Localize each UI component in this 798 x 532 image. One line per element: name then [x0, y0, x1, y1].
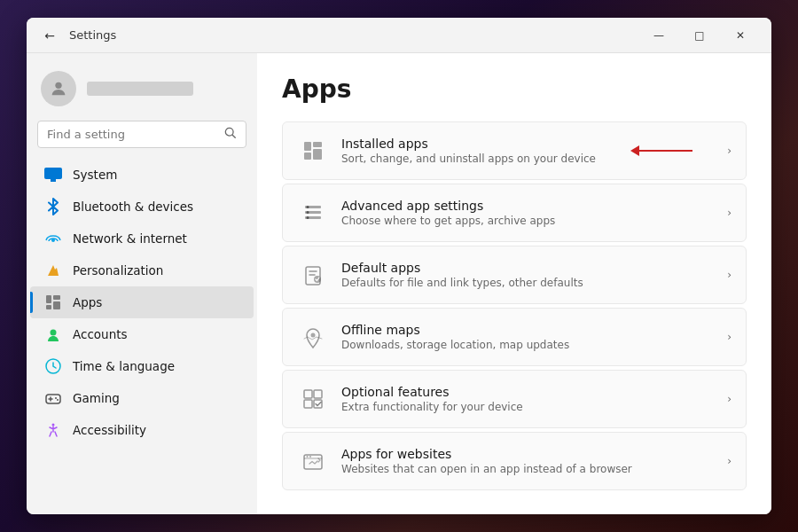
bluetooth-icon [44, 198, 62, 215]
apps-websites-desc: Websites that can open in an app instead… [341, 463, 720, 475]
personalization-icon [44, 262, 62, 279]
default-apps-chevron: › [727, 269, 732, 281]
settings-item-installed-apps[interactable]: Installed apps Sort, change, and uninsta… [282, 121, 747, 180]
nav-item-apps[interactable]: Apps [30, 286, 254, 318]
nav-item-accessibility[interactable]: Accessibility [30, 414, 254, 446]
svg-line-2 [232, 135, 235, 137]
svg-point-23 [307, 211, 309, 214]
search-input[interactable] [47, 128, 219, 141]
nav-item-bluetooth[interactable]: Bluetooth & devices [30, 191, 254, 223]
network-icon [44, 230, 62, 247]
avatar [41, 71, 76, 106]
offline-maps-title: Offline maps [341, 323, 720, 337]
maximize-button[interactable]: □ [679, 18, 720, 53]
svg-point-22 [307, 206, 309, 208]
nav-item-network[interactable]: Network & internet [30, 223, 254, 254]
installed-apps-chevron: › [727, 145, 732, 157]
nav-item-gaming[interactable]: Gaming [30, 382, 254, 414]
nav-label-bluetooth: Bluetooth & devices [73, 200, 193, 214]
svg-point-27 [311, 333, 316, 338]
nav-label-network: Network & internet [73, 231, 187, 246]
page-title: Apps [282, 74, 747, 104]
svg-rect-8 [46, 305, 51, 309]
search-icon [224, 127, 237, 142]
svg-rect-4 [51, 179, 56, 182]
settings-item-optional-features[interactable]: Optional features Extra functionality fo… [282, 370, 747, 428]
optional-features-chevron: › [727, 393, 732, 405]
svg-point-24 [307, 216, 309, 219]
arrow-head [630, 145, 639, 156]
nav-label-accounts: Accounts [73, 327, 128, 341]
settings-item-apps-websites[interactable]: Apps for websites Websites that can open… [282, 432, 747, 490]
svg-rect-15 [304, 142, 311, 151]
accessibility-icon [44, 421, 62, 439]
svg-rect-5 [46, 295, 51, 303]
window-controls: — □ ✕ [638, 18, 761, 53]
apps-websites-chevron: › [727, 455, 732, 467]
optional-features-icon [297, 383, 329, 415]
nav-item-personalization[interactable]: Personalization [30, 254, 254, 286]
advanced-apps-title: Advanced app settings [341, 199, 720, 213]
offline-maps-icon [297, 321, 329, 353]
sidebar: System Bluetooth & devices [27, 53, 257, 514]
optional-features-text: Optional features Extra functionality fo… [341, 385, 720, 413]
nav-item-system[interactable]: System [30, 159, 254, 191]
default-apps-desc: Defaults for file and link types, other … [341, 277, 720, 289]
advanced-apps-chevron: › [727, 207, 732, 219]
nav-label-apps: Apps [73, 295, 102, 309]
installed-apps-icon [297, 135, 329, 167]
nav-item-accounts[interactable]: Accounts [30, 318, 254, 350]
offline-maps-desc: Downloads, storage location, map updates [341, 339, 720, 351]
default-apps-icon [297, 259, 329, 291]
svg-rect-3 [44, 168, 62, 179]
svg-point-9 [51, 330, 57, 336]
optional-features-title: Optional features [341, 385, 720, 399]
svg-rect-6 [53, 295, 60, 300]
svg-point-12 [55, 397, 57, 399]
svg-point-13 [57, 399, 59, 401]
nav-item-time[interactable]: Time & language [30, 350, 254, 382]
settings-item-default-apps[interactable]: Default apps Defaults for file and link … [282, 246, 747, 304]
arrow-line [639, 150, 692, 152]
username-bar [87, 82, 193, 96]
svg-rect-18 [304, 153, 311, 160]
optional-features-desc: Extra functionality for your device [341, 401, 720, 413]
content-area: System Bluetooth & devices [27, 53, 771, 514]
settings-item-advanced-apps[interactable]: Advanced app settings Choose where to ge… [282, 184, 747, 242]
minimize-button[interactable]: — [638, 18, 679, 53]
svg-rect-29 [314, 390, 322, 398]
nav-label-accessibility: Accessibility [73, 423, 146, 437]
time-icon [44, 357, 62, 375]
advanced-apps-desc: Choose where to get apps, archive apps [341, 215, 720, 227]
apps-websites-title: Apps for websites [341, 447, 720, 461]
advanced-apps-text: Advanced app settings Choose where to ge… [341, 199, 720, 227]
close-button[interactable]: ✕ [720, 18, 761, 53]
system-icon [44, 166, 62, 184]
apps-websites-icon [297, 445, 329, 477]
nav-label-system: System [73, 168, 117, 182]
svg-rect-30 [304, 400, 312, 408]
default-apps-title: Default apps [341, 261, 720, 275]
nav-label-personalization: Personalization [73, 263, 163, 278]
svg-point-14 [52, 424, 55, 426]
svg-rect-17 [313, 149, 322, 160]
svg-rect-16 [313, 142, 322, 147]
search-box[interactable] [37, 121, 246, 148]
back-button[interactable]: ← [37, 23, 62, 48]
default-apps-text: Default apps Defaults for file and link … [341, 261, 720, 289]
user-section [27, 64, 257, 121]
offline-maps-chevron: › [727, 331, 732, 343]
settings-list: Installed apps Sort, change, and uninsta… [282, 121, 747, 490]
svg-rect-28 [304, 390, 312, 398]
nav-label-gaming: Gaming [73, 391, 120, 405]
settings-item-offline-maps[interactable]: Offline maps Downloads, storage location… [282, 308, 747, 366]
settings-window: ← Settings — □ ✕ [27, 18, 771, 514]
window-title: Settings [69, 28, 116, 42]
accounts-icon [44, 325, 62, 343]
advanced-apps-icon [297, 197, 329, 229]
apps-websites-text: Apps for websites Websites that can open… [341, 447, 720, 475]
titlebar: ← Settings — □ ✕ [27, 18, 771, 53]
offline-maps-text: Offline maps Downloads, storage location… [341, 323, 720, 351]
svg-point-34 [309, 456, 311, 458]
apps-icon [44, 293, 62, 311]
